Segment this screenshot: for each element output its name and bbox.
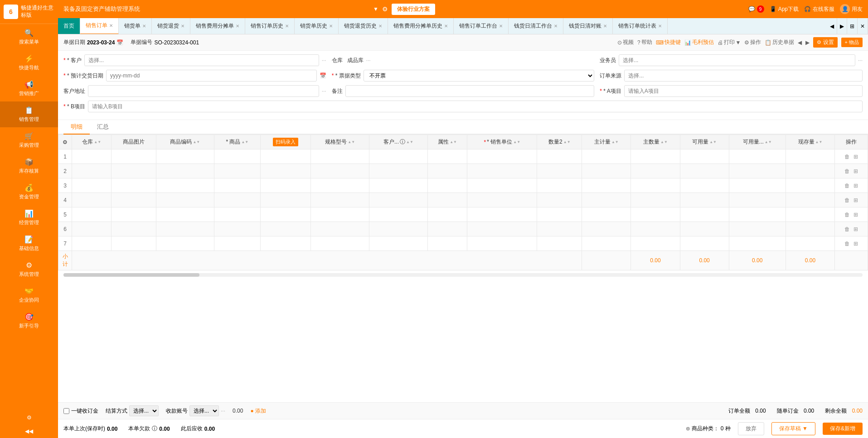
col-code[interactable]: 商品编码▲▼ bbox=[156, 135, 214, 149]
tab-10[interactable]: 钱货日清工作台✕ bbox=[509, 18, 563, 34]
copy-icon[interactable]: ⊞ bbox=[853, 168, 858, 174]
cell-available2[interactable] bbox=[729, 164, 786, 178]
tab-close-12[interactable]: ✕ bbox=[658, 24, 662, 29]
sidebar-item-7[interactable]: 📊 经营管理 bbox=[0, 205, 58, 231]
sidebar-item-8[interactable]: 📝 基础信息 bbox=[0, 231, 58, 256]
tab-close-4[interactable]: ✕ bbox=[236, 24, 239, 29]
cell-customer-code[interactable] bbox=[369, 193, 428, 207]
nav-next[interactable]: ▶ bbox=[805, 39, 810, 46]
cell-qty2[interactable] bbox=[537, 236, 582, 251]
cell-stock[interactable] bbox=[786, 236, 834, 251]
online-service-btn[interactable]: 🎧 在线客服 bbox=[804, 5, 834, 13]
cell-main-unit[interactable] bbox=[582, 236, 631, 251]
cell-unit[interactable] bbox=[467, 236, 537, 251]
cell-code[interactable] bbox=[156, 193, 214, 207]
delete-icon[interactable]: 🗑 bbox=[844, 212, 850, 218]
cell-product[interactable] bbox=[214, 178, 260, 193]
cell-qty2[interactable] bbox=[537, 149, 582, 164]
operate-btn[interactable]: ⚙ 操作 bbox=[744, 39, 761, 46]
cell-warehouse[interactable] bbox=[72, 222, 112, 236]
delivery-date-input[interactable] bbox=[106, 70, 317, 82]
cell-available[interactable] bbox=[680, 207, 729, 222]
cell-available2[interactable] bbox=[729, 207, 786, 222]
cell-code[interactable] bbox=[156, 164, 214, 178]
cell-warehouse[interactable] bbox=[72, 178, 112, 193]
dropdown-arrow[interactable]: ▼ bbox=[373, 6, 378, 12]
sidebar-item-0[interactable]: 🔍 搜索菜单 bbox=[0, 24, 58, 50]
remarks-input[interactable] bbox=[345, 85, 595, 97]
cell-warehouse[interactable] bbox=[72, 236, 112, 251]
tab-4[interactable]: 销售费用分摊单✕ bbox=[190, 18, 245, 34]
cell-main-unit[interactable] bbox=[582, 178, 631, 193]
profit-btn[interactable]: 📊 毛利预估 bbox=[684, 39, 714, 46]
cell-spec[interactable] bbox=[311, 149, 369, 164]
sidebar-item-11[interactable]: 🎯 新手引导 bbox=[0, 308, 58, 334]
cell-customer-code[interactable] bbox=[369, 178, 428, 193]
sidebar-item-2[interactable]: 📢 营销推广 bbox=[0, 76, 58, 101]
cell-attr[interactable] bbox=[427, 178, 467, 193]
cell-available2[interactable] bbox=[729, 149, 786, 164]
cell-attr[interactable] bbox=[427, 222, 467, 236]
cell-code[interactable] bbox=[156, 149, 214, 164]
customer-input[interactable] bbox=[84, 54, 319, 66]
delete-icon[interactable]: 🗑 bbox=[844, 154, 850, 160]
copy-icon[interactable]: ⊞ bbox=[853, 197, 858, 203]
cell-available2[interactable] bbox=[729, 236, 786, 251]
cell-customer-code[interactable] bbox=[369, 149, 428, 164]
tab-expand-btn[interactable]: ⊞ bbox=[847, 18, 858, 34]
cell-main-unit[interactable] bbox=[582, 222, 631, 236]
col-qty2[interactable]: 数量2▲▼ bbox=[537, 135, 582, 149]
project-a-input[interactable] bbox=[624, 85, 863, 97]
cell-customer-code[interactable] bbox=[369, 164, 428, 178]
cell-stock[interactable] bbox=[786, 222, 834, 236]
tab-close-all-btn[interactable]: ✕ bbox=[858, 18, 868, 34]
cell-main-qty[interactable] bbox=[631, 236, 680, 251]
cell-spec[interactable] bbox=[311, 222, 369, 236]
cell-warehouse[interactable] bbox=[72, 164, 112, 178]
cell-stock[interactable] bbox=[786, 149, 834, 164]
cell-product[interactable] bbox=[214, 149, 260, 164]
delete-icon[interactable]: 🗑 bbox=[844, 226, 850, 232]
tab-summary[interactable]: 汇总 bbox=[90, 120, 116, 134]
print-btn[interactable]: 🖨 打印 ▼ bbox=[718, 39, 741, 46]
cell-code[interactable] bbox=[156, 207, 214, 222]
cell-available[interactable] bbox=[680, 222, 729, 236]
cell-unit[interactable] bbox=[467, 222, 537, 236]
delete-icon[interactable]: 🗑 bbox=[844, 197, 850, 203]
cell-spec[interactable] bbox=[311, 164, 369, 178]
tab-2[interactable]: 销货单✕ bbox=[119, 18, 152, 34]
horizontal-scrollbar[interactable] bbox=[58, 270, 868, 279]
one-click-checkbox[interactable] bbox=[63, 408, 69, 414]
cell-product[interactable] bbox=[214, 164, 260, 178]
msg-icon-btn[interactable]: 💬 9 bbox=[748, 5, 764, 13]
cell-attr[interactable] bbox=[427, 149, 467, 164]
cell-available[interactable] bbox=[680, 149, 729, 164]
cell-qty2[interactable] bbox=[537, 178, 582, 193]
tab-5[interactable]: 销售订单历史✕ bbox=[245, 18, 295, 34]
staff-more-icon[interactable]: ··· bbox=[858, 57, 863, 63]
sidebar-item-4[interactable]: 🛒 采购管理 bbox=[0, 127, 58, 153]
sidebar-settings[interactable]: ⚙ bbox=[0, 411, 58, 424]
view-btn[interactable]: ⊙ 视频 bbox=[617, 39, 634, 46]
delivery-calendar-icon[interactable]: 📅 bbox=[320, 72, 326, 79]
cell-main-qty[interactable] bbox=[631, 178, 680, 193]
help-btn[interactable]: ? 帮助 bbox=[637, 39, 652, 46]
add-goods-btn[interactable]: + 物品 bbox=[841, 38, 863, 47]
col-product[interactable]: * 商品▲▼ bbox=[214, 135, 260, 149]
tab-prev-btn[interactable]: ◀ bbox=[827, 18, 837, 34]
cell-main-qty[interactable] bbox=[631, 149, 680, 164]
cell-spec[interactable] bbox=[311, 178, 369, 193]
circle-icon[interactable]: ⊙ bbox=[686, 425, 690, 432]
tab-9[interactable]: 销售订单工作台✕ bbox=[454, 18, 509, 34]
settings-gear-icon[interactable]: ⚙ bbox=[382, 5, 388, 13]
cell-warehouse[interactable] bbox=[72, 207, 112, 222]
tab-next-btn[interactable]: ▶ bbox=[837, 18, 847, 34]
tab-close-1[interactable]: ✕ bbox=[109, 23, 113, 28]
one-click-label[interactable]: 一键收订金 bbox=[63, 407, 98, 415]
user-menu[interactable]: 👤 用友 bbox=[840, 4, 863, 14]
tab-close-5[interactable]: ✕ bbox=[285, 24, 289, 29]
cell-stock[interactable] bbox=[786, 207, 834, 222]
col-scan[interactable]: 扫码录入 bbox=[260, 135, 311, 149]
cell-stock[interactable] bbox=[786, 178, 834, 193]
cell-available2[interactable] bbox=[729, 193, 786, 207]
